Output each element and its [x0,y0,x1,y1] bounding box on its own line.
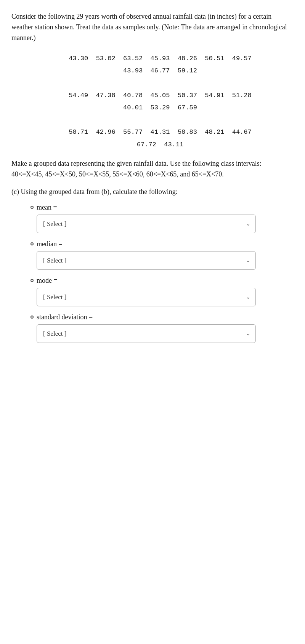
sd-label: standard deviation = [30,313,294,321]
median-select[interactable]: [ Select ] 47.5 49.5 50.0 50.5 51.0 52.0… [37,251,256,270]
data-row-6: 67.72 43.11 [27,139,294,151]
mean-label-text: mean = [37,203,57,211]
mode-dot [30,279,34,282]
median-label-text: median = [37,240,63,248]
median-item: median = [ Select ] 47.5 49.5 50.0 50.5 … [30,240,294,270]
median-dot [30,242,34,245]
mode-select-wrapper: [ Select ] 45-50 50-55 47.5-52.5 47.5 52… [37,288,256,306]
part-c-label: (c) Using the grouped data from (b), cal… [11,187,294,197]
sd-select-wrapper: [ Select ] 7.5 7.8 8.0 8.5 9.0 9.5 ⌄ [37,324,256,343]
mean-select[interactable]: [ Select ] 47.5 49.5 50.0 50.5 51.0 52.0… [37,215,256,233]
sd-item: standard deviation = [ Select ] 7.5 7.8 … [30,313,294,343]
data-row-5: 58.71 42.96 55.77 41.31 58.83 48.21 44.6… [27,126,294,138]
mean-dot [30,206,34,209]
data-row-3: 54.49 47.38 40.78 45.05 50.37 54.91 51.2… [27,90,294,102]
mean-select-wrapper: [ Select ] 47.5 49.5 50.0 50.5 51.0 52.0… [37,215,256,233]
mode-label-text: mode = [37,277,58,285]
mean-item: mean = [ Select ] 47.5 49.5 50.0 50.5 51… [30,203,294,233]
grouped-data-text: Make a grouped data representing the giv… [11,159,294,180]
data-block: 43.30 53.02 63.52 45.93 48.26 50.51 49.5… [27,53,294,151]
mode-select[interactable]: [ Select ] 45-50 50-55 47.5-52.5 47.5 52… [37,288,256,306]
bullet-list: mean = [ Select ] 47.5 49.5 50.0 50.5 51… [30,203,294,343]
sd-label-text: standard deviation = [37,313,93,321]
data-row-1: 43.30 53.02 63.52 45.93 48.26 50.51 49.5… [27,53,294,65]
mode-label: mode = [30,277,294,285]
mode-item: mode = [ Select ] 45-50 50-55 47.5-52.5 … [30,277,294,306]
median-select-wrapper: [ Select ] 47.5 49.5 50.0 50.5 51.0 52.0… [37,251,256,270]
sd-select[interactable]: [ Select ] 7.5 7.8 8.0 8.5 9.0 9.5 [37,324,256,343]
median-label: median = [30,240,294,248]
sd-dot [30,316,34,319]
data-row-2: 43.93 46.77 59.12 [27,65,294,77]
mean-label: mean = [30,203,294,211]
intro-paragraph: Consider the following 29 years worth of… [11,11,294,43]
data-row-4: 40.01 53.29 67.59 [27,102,294,114]
